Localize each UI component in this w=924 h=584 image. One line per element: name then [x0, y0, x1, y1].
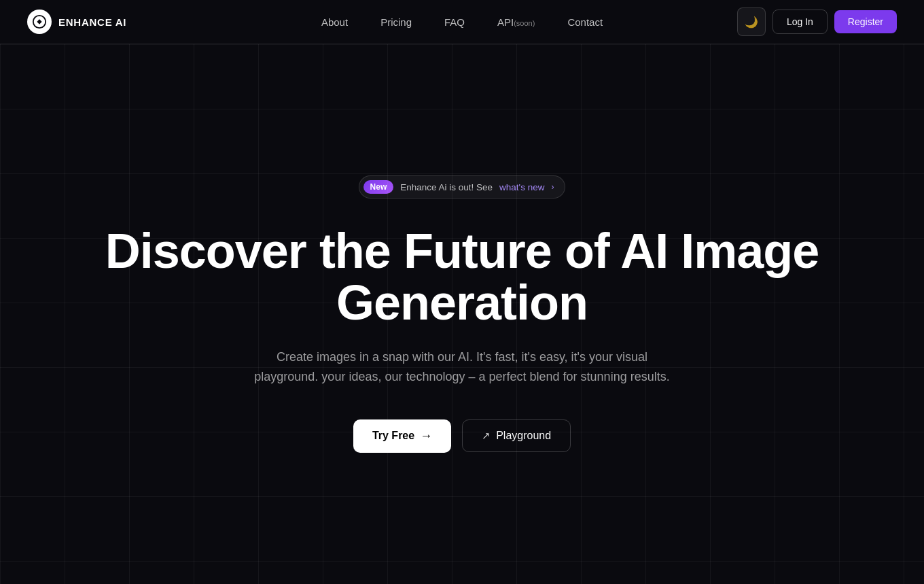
nav-actions: 🌙 Log In Register	[737, 7, 897, 36]
navbar: ENHANCE AI About Pricing FAQ API(soon) C…	[0, 0, 924, 44]
nav-about[interactable]: About	[308, 11, 361, 33]
hero-buttons: Try Free → ↗ Playground	[353, 419, 571, 453]
try-free-button[interactable]: Try Free →	[353, 419, 451, 453]
try-free-arrow-icon: →	[420, 429, 432, 443]
nav-contact[interactable]: Contact	[554, 11, 616, 33]
hero-subtitle: Create images in a snap with our AI. It'…	[245, 347, 679, 387]
nav-faq[interactable]: FAQ	[431, 11, 478, 33]
brand-name: ENHANCE AI	[58, 16, 126, 28]
nav-links: About Pricing FAQ API(soon) Contact	[308, 11, 616, 33]
announcement-badge[interactable]: New Enhance Ai is out! See what's new ›	[359, 175, 566, 199]
nav-api[interactable]: API(soon)	[484, 11, 548, 33]
logo-link[interactable]: ENHANCE AI	[27, 10, 126, 34]
hero-title: Discover the Future of AI Image Generati…	[88, 226, 836, 328]
playground-external-icon: ↗	[482, 430, 491, 442]
login-button[interactable]: Log In	[772, 10, 828, 34]
register-button[interactable]: Register	[834, 10, 897, 33]
badge-whats-new-link[interactable]: what's new	[499, 182, 544, 192]
nav-pricing[interactable]: Pricing	[367, 11, 425, 33]
badge-arrow-icon: ›	[551, 182, 554, 192]
badge-new-label: New	[363, 180, 394, 194]
logo-icon	[27, 10, 52, 34]
hero-section: New Enhance Ai is out! See what's new › …	[0, 44, 924, 584]
playground-button[interactable]: ↗ Playground	[462, 419, 571, 452]
badge-text: Enhance Ai is out! See	[400, 182, 493, 192]
theme-toggle-button[interactable]: 🌙	[737, 7, 766, 36]
